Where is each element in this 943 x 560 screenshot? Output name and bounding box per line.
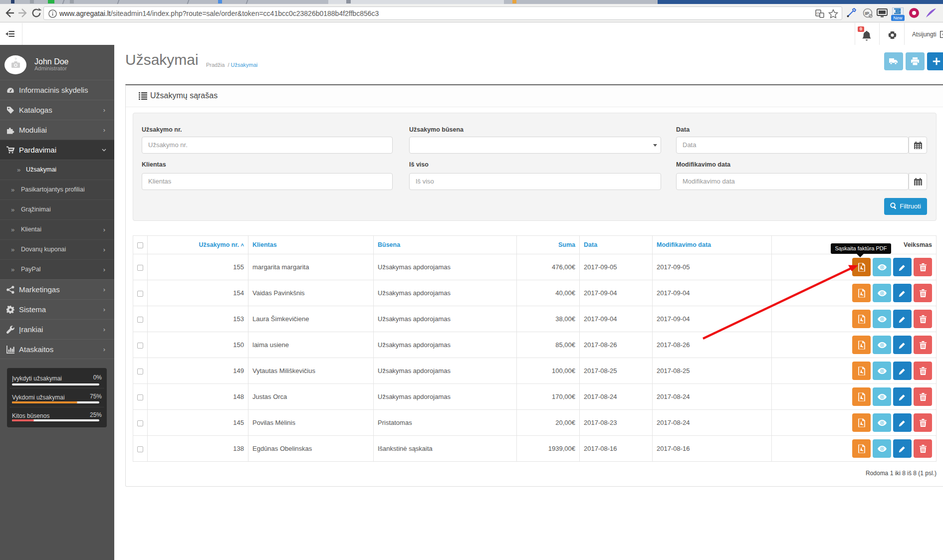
svg-text:G: G xyxy=(817,11,820,15)
svg-text:IP: IP xyxy=(865,11,870,16)
